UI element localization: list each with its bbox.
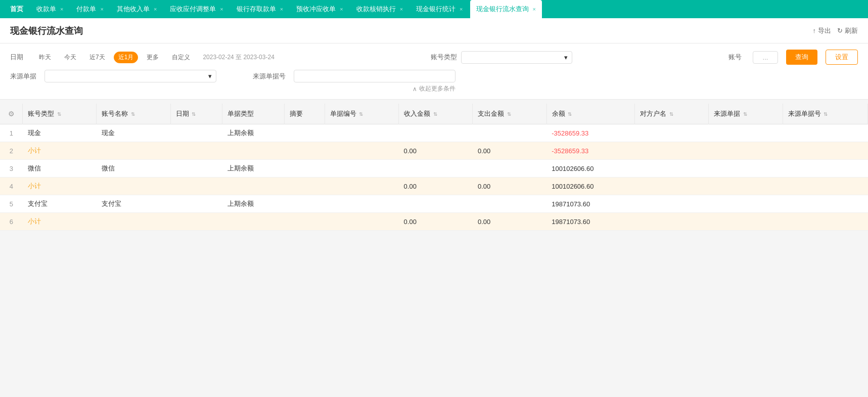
collapse-bar[interactable]: ∧ 收起更多条件 xyxy=(10,84,858,93)
cell-income: 0.00 xyxy=(399,178,473,195)
table-row[interactable]: 1 现金 现金 上期余额 -3528659.33 xyxy=(0,124,868,142)
account-input-trigger[interactable]: ... xyxy=(753,51,778,64)
nav-close-bank-stats[interactable]: × xyxy=(460,6,463,12)
cell-account-type: 现金 xyxy=(23,124,97,142)
col-source-doc-no[interactable]: 来源单据号 ⇅ xyxy=(783,104,867,124)
export-button[interactable]: ↑ 导出 xyxy=(813,26,832,35)
cell-source-doc-no xyxy=(783,142,867,160)
nav-bank-stats-label: 现金银行统计 xyxy=(416,5,455,14)
table-row[interactable]: 4 小计 0.00 0.00 100102606.60 xyxy=(0,178,868,195)
cell-counterparty xyxy=(635,124,709,142)
nav-close-bank-deposit[interactable]: × xyxy=(280,6,283,12)
table-row[interactable]: 3 微信 微信 上期余额 100102606.60 xyxy=(0,160,868,178)
table-row[interactable]: 2 小计 0.00 0.00 -3528659.33 xyxy=(0,142,868,160)
source-doc-no-input[interactable] xyxy=(294,70,455,82)
date-btn-last7[interactable]: 近7天 xyxy=(85,52,110,63)
account-type-select[interactable]: ▾ xyxy=(461,51,572,64)
nav-close-receipt[interactable]: × xyxy=(60,6,63,12)
col-doc-no[interactable]: 单据编号 ⇅ xyxy=(325,104,398,124)
nav-item-write-off[interactable]: 收款核销执行 × xyxy=(350,0,409,18)
cell-source-doc xyxy=(709,142,783,160)
col-account-type-label: 账号类型 xyxy=(28,110,54,117)
col-doc-type-label: 单据类型 xyxy=(227,110,254,117)
export-label: 导出 xyxy=(818,26,831,35)
cell-summary xyxy=(285,160,325,178)
source-doc-label: 来源单据 xyxy=(10,72,36,81)
page-title: 现金银行流水查询 xyxy=(10,25,83,37)
cell-source-doc-no xyxy=(783,213,867,231)
date-btn-yesterday[interactable]: 昨天 xyxy=(34,52,56,63)
account-type-filter: 账号类型 ▾ xyxy=(431,51,572,64)
cell-doc-no xyxy=(325,178,398,195)
col-expense[interactable]: 支出金额 ⇅ xyxy=(473,104,546,124)
cell-expense: 0.00 xyxy=(473,178,546,195)
cell-balance: 19871073.60 xyxy=(546,213,634,231)
col-counterparty[interactable]: 对方户名 ⇅ xyxy=(635,104,709,124)
col-source-doc[interactable]: 来源单据 ⇅ xyxy=(709,104,783,124)
nav-close-bank-flow[interactable]: × xyxy=(533,6,536,12)
nav-item-bank-stats[interactable]: 现金银行统计 × xyxy=(410,0,469,18)
col-summary[interactable]: 摘要 xyxy=(285,104,325,124)
date-filter-group: 日期 昨天 今天 近7天 近1月 更多 自定义 2023-02-24 至 202… xyxy=(10,52,275,63)
refresh-button[interactable]: ↻ 刷新 xyxy=(837,26,858,35)
nav-item-payment[interactable]: 付款单 × xyxy=(70,0,109,18)
date-btn-last1m[interactable]: 近1月 xyxy=(114,52,139,63)
nav-item-bank-flow[interactable]: 现金银行流水查询 × xyxy=(470,0,542,18)
collapse-text: 收起更多条件 xyxy=(419,84,455,93)
cell-no: 2 xyxy=(0,142,23,160)
nav-close-prepay[interactable]: × xyxy=(340,6,343,12)
cell-summary xyxy=(285,178,325,195)
cell-date xyxy=(170,124,222,142)
nav-item-other-income[interactable]: 其他收入单 × xyxy=(111,0,163,18)
nav-item-home[interactable]: 首页 xyxy=(4,0,29,18)
cell-doc-no xyxy=(325,213,398,231)
table-header-row: ⚙ 账号类型 ⇅ 账号名称 ⇅ 日期 ⇅ 单据类型 摘要 xyxy=(0,104,868,124)
nav-receipt-label: 收款单 xyxy=(36,5,56,14)
nav-close-ap-adjust[interactable]: × xyxy=(220,6,223,12)
cell-summary xyxy=(285,213,325,231)
table-row[interactable]: 6 小计 0.00 0.00 19871073.60 xyxy=(0,213,868,231)
col-account-type[interactable]: 账号类型 ⇅ xyxy=(23,104,97,124)
sort-account-type-icon: ⇅ xyxy=(57,111,61,117)
table-row[interactable]: 5 支付宝 支付宝 上期余额 19871073.60 xyxy=(0,195,868,213)
table-settings-gear-icon[interactable]: ⚙ xyxy=(5,108,17,120)
cell-date xyxy=(170,213,222,231)
nav-prepay-label: 预收冲应收单 xyxy=(296,5,336,14)
nav-item-bank-deposit[interactable]: 银行存取款单 × xyxy=(231,0,289,18)
refresh-label: 刷新 xyxy=(845,26,858,35)
date-btn-today[interactable]: 今天 xyxy=(60,52,81,63)
cell-doc-type xyxy=(222,213,285,231)
col-income[interactable]: 收入金额 ⇅ xyxy=(399,104,473,124)
nav-item-prepay[interactable]: 预收冲应收单 × xyxy=(290,0,349,18)
cell-balance: 19871073.60 xyxy=(546,195,634,213)
nav-item-receipt[interactable]: 收款单 × xyxy=(30,0,69,18)
cell-account-type: 微信 xyxy=(23,160,97,178)
col-doc-type[interactable]: 单据类型 xyxy=(222,104,285,124)
nav-close-payment[interactable]: × xyxy=(100,6,103,12)
cell-date xyxy=(170,160,222,178)
query-button[interactable]: 查询 xyxy=(786,50,817,65)
nav-home-label: 首页 xyxy=(10,5,23,14)
nav-item-ap-adjust[interactable]: 应收应付调整单 × xyxy=(164,0,229,18)
page-header: 现金银行流水查询 ↑ 导出 ↻ 刷新 xyxy=(0,18,868,43)
source-doc-select[interactable]: ▾ xyxy=(44,70,216,82)
col-date[interactable]: 日期 ⇅ xyxy=(170,104,222,124)
col-date-label: 日期 xyxy=(176,110,189,117)
date-btn-more[interactable]: 更多 xyxy=(142,52,163,63)
nav-close-other-income[interactable]: × xyxy=(154,6,157,12)
nav-other-income-label: 其他收入单 xyxy=(117,5,150,14)
col-balance-label: 余额 xyxy=(552,110,565,117)
cell-doc-type: 上期余额 xyxy=(222,160,285,178)
sort-account-name-icon: ⇅ xyxy=(131,111,135,117)
date-btn-custom[interactable]: 自定义 xyxy=(167,52,195,63)
cell-account-type: 小计 xyxy=(23,213,97,231)
col-account-name[interactable]: 账号名称 ⇅ xyxy=(97,104,170,124)
col-settings[interactable]: ⚙ xyxy=(0,104,23,124)
settings-button[interactable]: 设置 xyxy=(826,50,858,65)
cell-expense xyxy=(473,160,546,178)
account-filter: 账号 ... xyxy=(728,51,778,64)
nav-close-write-off[interactable]: × xyxy=(400,6,403,12)
col-balance[interactable]: 余额 ⇅ xyxy=(546,104,634,124)
cell-no: 6 xyxy=(0,213,23,231)
collapse-icon: ∧ xyxy=(413,85,417,93)
